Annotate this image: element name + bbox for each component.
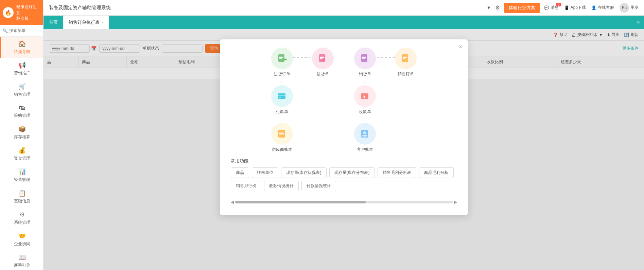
topbar-right: 💬 消息 5 📱 App下载 👤 在线客服 Ea 用友	[544, 3, 639, 13]
common-functions: 常用功能 商品 往来单位 现存量(库存状况表) 现存量(库存分布表) 销售毛利分…	[231, 158, 457, 191]
func-btn-sales-gross[interactable]: 销售毛利分析表	[378, 167, 416, 178]
svg-rect-6	[278, 95, 285, 96]
tabbar: 首页 销售订单执行表 × ×	[43, 16, 644, 29]
sales-bill-node[interactable]: 销货单	[354, 48, 376, 77]
sidebar-item-marketing[interactable]: 📢 营销推广	[0, 58, 43, 79]
func-btn-goods[interactable]: 商品	[231, 167, 249, 178]
topbar-dropdown[interactable]: ▼	[487, 5, 491, 10]
sidebar-item-basic-info[interactable]: 📋 基础信息	[0, 186, 43, 208]
marketing-icon: 📢	[18, 61, 26, 69]
sidebar-item-enterprise[interactable]: 🤝 企业协同	[0, 229, 43, 250]
scroll-left-arrow[interactable]: ◀	[231, 200, 234, 204]
svg-rect-0	[278, 54, 284, 62]
trial-btn[interactable]: 体验行业方案	[504, 3, 540, 13]
settings-gear-icon[interactable]: ⚙	[495, 4, 500, 11]
func-btn-payment-stats[interactable]: 付款情况统计	[301, 181, 336, 191]
supplier-account-label: 供应商账本	[272, 147, 292, 152]
svg-rect-7	[279, 97, 281, 97]
avatar: Ea	[620, 3, 629, 13]
receipt-bill-icon: ¥	[354, 85, 376, 107]
sidebar-item-operations[interactable]: 📊 经营管理	[0, 165, 43, 186]
purchase-order-node[interactable]: 进货订单	[271, 48, 293, 77]
logo-icon: 🔥	[3, 7, 14, 18]
payment-bill-label: 付款单	[276, 109, 288, 115]
purchase-bill-label: 进货单	[317, 71, 329, 77]
topbar: 装备及固定资产辅助管理系统 ▼ ⚙ 体验行业方案 💬 消息 5 📱 App下载 …	[43, 0, 644, 16]
receipt-bill-label: 收款单	[359, 109, 371, 115]
sales-order-node[interactable]: 销售订单	[395, 48, 417, 77]
func-btn-row-1: 商品 往来单位 现存量(库存状况表) 现存量(库存分布表) 销售毛利分析表 商品…	[231, 167, 457, 178]
message-btn[interactable]: 💬 消息 5	[544, 5, 559, 11]
inventory-icon: 📦	[18, 125, 26, 133]
sidebar-item-guide[interactable]: 📖 新手引导	[0, 250, 43, 270]
scroll-right-arrow[interactable]: ▶	[454, 200, 457, 204]
arrow-down-3: ↓	[281, 116, 283, 122]
payment-bill-icon	[271, 85, 293, 107]
finance-icon: 💰	[18, 147, 26, 154]
sidebar-search[interactable]: 🔍 搜索菜单	[0, 25, 43, 37]
scroll-track	[235, 201, 453, 203]
func-btn-sales-rank[interactable]: 销售排行榜	[231, 181, 261, 191]
receipt-bill-node[interactable]: ¥ 收款单	[354, 85, 376, 115]
popup-overlay[interactable]: × 进货订单 ↓	[43, 29, 644, 270]
payment-bill-node[interactable]: 付款单	[271, 85, 293, 115]
purchase-order-label: 进货订单	[274, 71, 290, 77]
svg-rect-25	[362, 135, 367, 137]
sidebar-item-system[interactable]: ⚙ 系统管理	[0, 208, 43, 229]
sales-bill-icon	[354, 48, 376, 69]
arrow-down-1: ↓	[281, 78, 283, 84]
purchase-bill-icon: ✓	[312, 48, 334, 69]
page-content: ❓ 帮助 🖨 按模板打印 ▼ ⬇ 导出 🔄 刷新	[43, 29, 644, 270]
func-btn-units[interactable]: 往来单位	[252, 167, 278, 178]
sales-order-icon	[395, 48, 417, 69]
svg-rect-17	[361, 54, 367, 62]
download-icon: 📱	[564, 5, 569, 10]
svg-rect-26	[402, 54, 408, 62]
app-download-btn[interactable]: 📱 App下载	[564, 5, 586, 11]
popup-scrollbar: ◀ ▶	[231, 197, 457, 204]
customer-account-icon	[354, 123, 376, 145]
sidebar-item-sales[interactable]: 🛒 销售管理	[0, 79, 43, 101]
func-btn-receipt-stats[interactable]: 收款情况统计	[264, 181, 299, 191]
logo-text: 畅康通好生意 标准版	[16, 4, 40, 21]
home-icon: 🏠	[18, 40, 26, 48]
tab-close-icon[interactable]: ×	[102, 20, 104, 24]
func-btn-stock-status[interactable]: 现存量(库存状况表)	[281, 167, 327, 178]
popup-close-btn[interactable]: ×	[459, 43, 463, 51]
cart-icon: 🛒	[18, 83, 26, 90]
user-menu[interactable]: Ea 用友	[620, 3, 639, 13]
supplier-account-node[interactable]: 供应商账本	[271, 123, 293, 152]
sidebar-item-quick-nav[interactable]: 🏠 快捷导航	[0, 37, 43, 58]
enterprise-icon: 🤝	[18, 232, 26, 240]
guide-icon: 📖	[18, 254, 26, 261]
operations-icon: 📊	[18, 168, 26, 176]
sidebar-nav: 🏠 快捷导航 📢 营销推广 🛒 销售管理 🛍 采购管理 📦 库存核算 💰	[0, 37, 43, 270]
supplier-account-icon	[271, 123, 293, 145]
sales-bill-label: 销货单	[359, 71, 371, 77]
customer-account-node[interactable]: 客户账本	[354, 123, 376, 152]
sidebar: 🔥 畅康通好生意 标准版 🔍 搜索菜单 🏠 快捷导航 📢 营销推广 🛒 销售管理	[0, 0, 43, 270]
svg-point-24	[363, 131, 366, 134]
purchase-icon: 🛍	[19, 104, 25, 111]
tab-sales-order-exec[interactable]: 销售订单执行表 ×	[63, 16, 109, 29]
svg-text:¥: ¥	[363, 94, 366, 99]
online-service-btn[interactable]: 👤 在线客服	[591, 5, 614, 11]
sidebar-item-inventory[interactable]: 📦 库存核算	[0, 122, 43, 143]
tab-home[interactable]: 首页	[43, 16, 63, 29]
system-title: 装备及固定资产辅助管理系统	[49, 5, 483, 11]
sidebar-item-finance[interactable]: 💰 资金管理	[0, 143, 43, 165]
purchase-order-icon	[271, 48, 293, 69]
message-icon: 💬	[544, 5, 549, 10]
search-icon: 🔍	[3, 29, 8, 33]
system-icon: ⚙	[19, 211, 25, 218]
scroll-thumb	[235, 201, 366, 203]
tab-bar-close-btn[interactable]: ×	[633, 19, 644, 25]
arrow-down-5: ↓	[364, 116, 366, 122]
purchase-bill-node[interactable]: ✓ 进货单	[312, 48, 334, 77]
sidebar-item-purchase[interactable]: 🛍 采购管理	[0, 101, 43, 122]
func-btn-stock-dist[interactable]: 现存量(库存分布表)	[329, 167, 375, 178]
func-btn-goods-gross[interactable]: 商品毛利分析	[419, 167, 454, 178]
svg-rect-8	[278, 130, 285, 138]
sales-order-label: 销售订单	[398, 71, 414, 77]
main-content: 装备及固定资产辅助管理系统 ▼ ⚙ 体验行业方案 💬 消息 5 📱 App下载 …	[43, 0, 644, 270]
